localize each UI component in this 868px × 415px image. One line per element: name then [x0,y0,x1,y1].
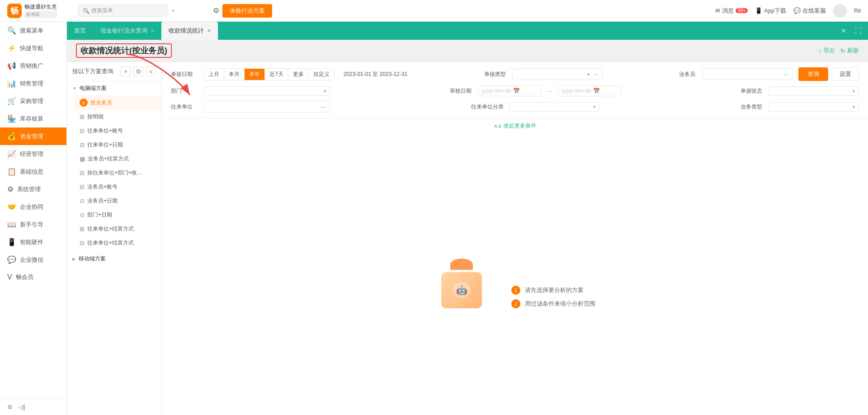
collapse-panel-btn[interactable]: « [146,66,156,76]
tree-desktop-children: ⊙ 按业务员 ⊞ 按明细 ⊟ 往来单位+账号 ⊟ 往来单位+日期 ▦ 业务员 [67,95,161,250]
empty-steps: 1 请先选择要分析的方案 2 用过滤条件来缩小分析范围 [511,286,595,308]
refresh-button[interactable]: ↻ 刷新 [840,47,859,55]
mobile-group[interactable]: ▶ 移动端方案 [67,252,161,266]
tab-close-window-btn[interactable]: ✕ [837,24,850,37]
partner-settle2-icon: ⊟ [80,240,85,246]
tab-collection-stats[interactable]: 收款情况统计 × [161,22,218,40]
sidebar-item-purchase[interactable]: 🛒 采购管理 [0,92,66,110]
voucher-status-chevron: ▾ [853,89,855,94]
tab1-close-icon[interactable]: × [151,28,154,34]
inventory-icon: 🏪 [7,114,16,123]
calendar-start-icon[interactable]: 📅 [513,88,520,94]
sidebar-item-search[interactable]: 🔍 搜索菜单 [0,22,66,39]
query-button[interactable]: 查询 [798,67,828,81]
app-download-item[interactable]: 📱 App下载 [755,7,786,15]
partner-more-btn[interactable]: ··· [321,103,326,110]
date-tab-this-month[interactable]: 本月 [224,69,245,80]
sidebar-item-quick-nav[interactable]: ⚡ 快捷导航 [0,39,66,57]
date-tab-custom[interactable]: 自定义 [309,69,334,80]
sidebar-item-operations[interactable]: 📈 经营管理 [0,145,66,163]
tree-item-detail[interactable]: ⊞ 按明细 [74,110,161,124]
voucher-status-label: 单据状态 [741,87,763,95]
sidebar-item-system[interactable]: ⚙ 系统管理 [0,180,66,198]
sidebar-item-inventory[interactable]: 🏪 库存核算 [0,110,66,127]
user-avatar[interactable] [833,4,847,18]
partner-category-chevron: ▾ [593,104,595,109]
date-tab-last-month[interactable]: 上月 [204,69,224,80]
partner-date-icon: ⊟ [80,141,85,148]
sales-icon: 📊 [7,79,16,88]
panel-header-actions: + ⚙ « [121,66,156,76]
review-date-end[interactable]: yyyy-mm-dd 📅 [558,85,621,96]
tab-actions: ✕ ⛶ [834,24,868,37]
tree-item-salesperson-settle[interactable]: ▦ 业务员+结算方式 [74,152,161,166]
collapse-up-icon: ∧∧ [494,123,502,129]
sidebar-item-vip[interactable]: V 畅会员 [0,269,66,286]
dept-select[interactable]: ▾ [203,86,330,96]
date-tab-7days[interactable]: 近7天 [265,69,288,80]
salesperson-more[interactable]: ··· [783,71,789,78]
partner-category-select[interactable]: ▾ [509,102,599,112]
settings-button[interactable]: 设置 [832,67,859,81]
tree-item-partner-settle1[interactable]: ⊞ 往来单位+结算方式 [74,222,161,236]
logo-area: 畅 畅捷通好生意 标准版 [7,3,74,18]
calendar-end-icon[interactable]: 📅 [593,88,600,94]
message-item[interactable]: ✉ 消息 99+ [715,7,748,15]
empty-step-2: 2 用过滤条件来缩小分析范围 [511,299,595,308]
sidebar-item-marketing[interactable]: 📢 营销推广 [0,57,66,75]
sidebar-item-wechat[interactable]: 💬 企业微信 [0,251,66,269]
refresh-icon: ↻ [840,47,845,54]
export-button[interactable]: ↑ 导出 [819,47,835,55]
collapse-bar[interactable]: ∧∧ 收起更多条件 [162,118,868,133]
desktop-group[interactable]: ▼ 电脑端方案 [67,81,161,95]
voucher-type-more[interactable]: ··· [593,71,599,78]
biz-type-label: 业务类型 [741,103,763,111]
partner-select[interactable]: ··· [203,101,330,113]
tab-home[interactable]: 首页 [67,22,93,40]
sidebar-collapse-icon[interactable]: ◁∥ [18,404,26,410]
filter-actions: 查询 设置 [798,67,859,81]
tab-maximize-btn[interactable]: ⛶ [852,24,864,37]
trial-button[interactable]: 体验行业方案 [222,4,272,18]
sidebar-item-sales[interactable]: 📊 销售管理 [0,75,66,92]
search-dropdown-icon[interactable]: ▾ [172,7,175,14]
tree-item-partner-date[interactable]: ⊟ 往来单位+日期 [74,138,161,152]
scheme-settings-btn[interactable]: ⚙ [133,66,143,76]
add-scheme-btn[interactable]: + [121,66,131,76]
voucher-status-select[interactable]: ▾ [769,86,859,96]
tree-item-partner-dept[interactable]: ⊟ 按往来单位+部门+收... [74,166,161,180]
header-right: ✉ 消息 99+ 📱 App下载 💬 在线客服 Rit [715,4,861,18]
date-range-text: 2023-01-01 至 2023-12-31 [344,71,407,78]
review-date-start[interactable]: yyyy-mm-dd 📅 [478,85,541,96]
tree-item-salesperson-account[interactable]: ⊟ 业务员+账号 [74,180,161,194]
salesperson-account-icon: ⊟ [80,184,85,190]
sidebar-item-hardware[interactable]: 📱 智能硬件 [0,233,66,251]
dept-chevron: ▾ [324,89,326,94]
gear-settings[interactable]: ⚙ [210,5,222,17]
hardware-icon: 📱 [7,238,16,246]
main-wrapper: 首页 现金银行流水查询 × 收款情况统计 × ✕ ⛶ 收款情况统计(按业务员) … [67,22,868,415]
tab2-close-icon[interactable]: × [208,28,211,34]
tree-item-salesperson-date[interactable]: ⊙ 业务员+日期 [74,194,161,208]
date-tab-more[interactable]: 更多 [288,69,309,80]
voucher-type-select[interactable]: ▾ ··· [512,68,603,80]
sidebar-item-guide[interactable]: 📖 新手引导 [0,216,66,233]
sidebar-item-finance[interactable]: 💰 资金管理 [0,127,66,145]
sidebar-item-basic-info[interactable]: 📋 基础信息 [0,163,66,180]
date-tab-this-year[interactable]: 本年 [245,69,265,80]
sidebar-bottom: ⚙ ◁∥ [0,399,66,415]
tab-bank-flow[interactable]: 现金银行流水查询 × [93,22,161,40]
tree-item-partner-settle2[interactable]: ⊟ 往来单位+结算方式 [74,236,161,250]
tree-item-salesperson[interactable]: ⊙ 按业务员 [74,95,161,110]
tree-item-partner-account[interactable]: ⊟ 往来单位+账号 [74,124,161,138]
online-service-item[interactable]: 💬 在线客服 [793,7,826,15]
salesperson-label: 业务员 [679,71,697,78]
search-icon: 🔍 [7,26,16,35]
sidebar-settings-icon[interactable]: ⚙ [7,404,13,410]
search-box[interactable]: 🔍 搜索菜单 [78,5,168,17]
tree-item-dept-date[interactable]: ⊙ 部门+日期 [74,208,161,222]
salesperson-select[interactable]: ··· [703,68,793,80]
biz-type-select[interactable]: ▾ [769,102,859,112]
sidebar-item-enterprise[interactable]: 🤝 企业协同 [0,198,66,216]
review-date-label: 审核日期 [450,87,472,95]
